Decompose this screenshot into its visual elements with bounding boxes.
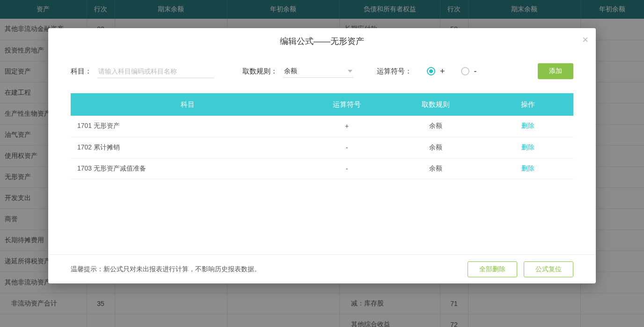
- fcol-action: 操作: [483, 93, 573, 116]
- fcell-rule: 余额: [389, 116, 483, 137]
- fcell-subject: 1702 累计摊销: [71, 137, 305, 158]
- fcell-subject: 1703 无形资产减值准备: [71, 158, 305, 179]
- formula-row: 1703 无形资产减值准备-余额删除: [71, 158, 573, 179]
- fcell-op: +: [305, 116, 389, 137]
- reset-formula-button[interactable]: 公式复位: [524, 261, 573, 277]
- fcell-op: -: [305, 137, 389, 158]
- close-icon[interactable]: ×: [582, 35, 588, 45]
- rule-group: 取数规则： 余额: [242, 65, 353, 78]
- formula-row: 1701 无形资产+余额删除: [71, 116, 573, 137]
- modal-title: 编辑公式——无形资产: [280, 36, 364, 47]
- delete-all-button[interactable]: 全部删除: [468, 261, 517, 277]
- form-row: 科目： 取数规则： 余额 运算符号：: [71, 63, 573, 79]
- fcol-rule: 取数规则: [389, 93, 483, 116]
- operator-group: 运算符号： + -: [377, 67, 477, 76]
- subject-group: 科目：: [71, 65, 214, 78]
- radio-dot-icon: [427, 67, 435, 75]
- fcell-action: 删除: [483, 137, 573, 158]
- modal-footer: 温馨提示：新公式只对未出报表进行计算，不影响历史报表数据。 全部删除 公式复位: [48, 254, 596, 283]
- modal-overlay: 编辑公式——无形资产 × 科目： 取数规则： 余额: [0, 0, 644, 327]
- add-button[interactable]: 添加: [538, 63, 573, 79]
- rule-label: 取数规则：: [242, 67, 278, 76]
- delete-link[interactable]: 删除: [521, 164, 534, 172]
- subject-label: 科目：: [71, 67, 92, 76]
- fcell-op: -: [305, 158, 389, 179]
- fcell-action: 删除: [483, 116, 573, 137]
- modal-header: 编辑公式——无形资产 ×: [48, 28, 596, 54]
- formula-row: 1702 累计摊销-余额删除: [71, 137, 573, 158]
- edit-formula-modal: 编辑公式——无形资产 × 科目： 取数规则： 余额: [48, 28, 596, 283]
- operator-label: 运算符号：: [377, 67, 412, 76]
- plus-icon: +: [440, 67, 445, 76]
- fcell-rule: 余额: [389, 158, 483, 179]
- footer-tip: 温馨提示：新公式只对未出报表进行计算，不影响历史报表数据。: [71, 265, 261, 274]
- fcell-action: 删除: [483, 158, 573, 179]
- chevron-down-icon: [348, 70, 352, 73]
- fcell-subject: 1701 无形资产: [71, 116, 305, 137]
- operator-plus-radio[interactable]: +: [427, 67, 445, 76]
- fcol-subject: 科目: [71, 93, 305, 116]
- formula-header-row: 科目 运算符号 取数规则 操作: [71, 93, 573, 116]
- radio-dot-icon: [461, 67, 469, 75]
- formula-table: 科目 运算符号 取数规则 操作 1701 无形资产+余额删除1702 累计摊销-…: [71, 93, 573, 179]
- operator-minus-radio[interactable]: -: [461, 67, 477, 76]
- operator-radio-group: + -: [427, 67, 477, 76]
- rule-select[interactable]: 余额: [283, 65, 353, 78]
- fcol-op: 运算符号: [305, 93, 389, 116]
- delete-link[interactable]: 删除: [521, 143, 534, 151]
- delete-link[interactable]: 删除: [521, 122, 534, 129]
- modal-body: 科目： 取数规则： 余额 运算符号：: [48, 54, 596, 254]
- rule-value: 余额: [284, 67, 297, 75]
- fcell-rule: 余额: [389, 137, 483, 158]
- subject-input[interactable]: [97, 65, 214, 78]
- minus-icon: -: [474, 67, 477, 76]
